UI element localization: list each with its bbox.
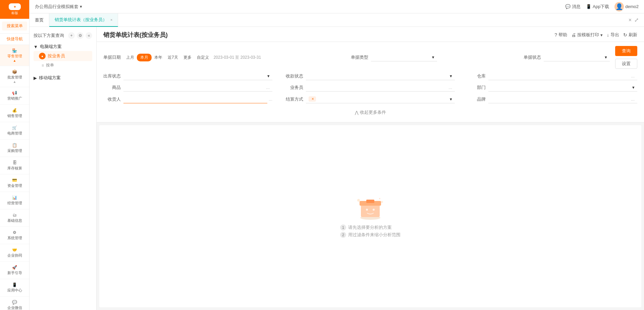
collapse-bar: ⋀ 收起更多条件 [103, 107, 637, 118]
sidebar-item-wholesale[interactable]: 📦 批发管理 ▲ [0, 66, 29, 87]
ecommerce-icon: 🛒 [1, 125, 28, 130]
warehouse-select[interactable]: ... [488, 72, 637, 80]
collapse-panel-button[interactable]: « [86, 32, 92, 39]
this-month-button[interactable]: 本月 [137, 54, 152, 61]
mobile-scheme-toggle[interactable]: ▶ 移动端方案 [34, 73, 92, 82]
sidebar-item-wechat[interactable]: 💬 企业微信 [0, 297, 29, 310]
purchase-icon: 📋 [1, 143, 28, 148]
add-scheme-button[interactable]: + [68, 32, 75, 39]
sidebar-item-finance[interactable]: 💳 资金管理 [0, 174, 29, 192]
dept-select[interactable]: ▾ [488, 84, 637, 92]
print-button[interactable]: 🖨 按模板打印 ▾ [571, 32, 603, 38]
mobile-scheme-group: ▶ 移动端方案 [30, 72, 96, 84]
sidebar-item-purchase[interactable]: 📋 采购管理 [0, 140, 29, 157]
svg-point-8 [379, 198, 380, 199]
topbar-right: 💬 消息 📱 App下载 👤 demo2 [565, 2, 639, 11]
collection-select[interactable]: ▾ [306, 72, 455, 80]
custom-date-button[interactable]: 自定义 [194, 54, 212, 61]
sidebar-item-retail[interactable]: 🏪 零售管理 ▲ [0, 45, 29, 66]
filter-row-2: 出库状态 ▾ 收款状态 ▾ [103, 72, 637, 80]
sidebar-logo: ✦ 标版 [0, 0, 29, 19]
out-status-select[interactable]: ▾ [123, 72, 272, 80]
collapse-button[interactable]: ⋀ 收起更多条件 [355, 109, 386, 115]
restore-window-button[interactable]: ⤢ [634, 17, 639, 23]
filter-item-salesperson: 业务员 ... [286, 84, 455, 92]
filter-item-goods: 商品 ... [103, 84, 272, 92]
app-download-button[interactable]: 📱 App下载 [586, 4, 609, 10]
export-button[interactable]: ↓ 导出 [607, 32, 619, 38]
filter-item-out-status: 出库状态 ▾ [103, 72, 272, 80]
filter-item-date: 单据日期 上月 本月 本年 近7天 更多 自定义 2023-03-01 至 20… [103, 54, 264, 61]
consignee-dots[interactable]: ... [269, 97, 272, 102]
this-year-button[interactable]: 本年 [152, 54, 165, 61]
brand-dots[interactable]: ... [631, 97, 635, 102]
doc-status-select[interactable]: ▾ [544, 53, 610, 61]
filter-item-warehouse: 仓库 ... [468, 72, 637, 80]
settings-scheme-button[interactable]: ⚙ [77, 32, 84, 39]
sidebar: ✦ 标版 搜索菜单 快捷导航 🏪 零售管理 ▲ 📦 批发管理 ▲ 📢 营销推广 … [0, 0, 30, 310]
tab-sales-stats[interactable]: 销货单统计表（按业务员） × [49, 13, 118, 27]
pc-scheme-toggle[interactable]: ▼ 电脑端方案 [34, 42, 92, 51]
doc-type-select[interactable]: ▾ [371, 53, 437, 61]
tab-home[interactable]: 首页 [30, 13, 49, 27]
message-button[interactable]: 💬 消息 [565, 4, 581, 10]
inventory-icon: 🗄 [1, 160, 28, 165]
goods-select[interactable]: ... [123, 84, 272, 92]
basic-icon: 🗂 [1, 213, 28, 217]
search-menu-button[interactable]: 搜索菜单 [2, 21, 27, 31]
sidebar-item-inventory[interactable]: 🗄 库存核算 [0, 157, 29, 174]
user-menu[interactable]: 👤 demo2 [614, 2, 639, 11]
settlement-select[interactable]: × ▾ [306, 95, 455, 103]
refresh-button[interactable]: ↻ 刷新 [623, 32, 637, 38]
sidebar-item-marketing[interactable]: 📢 营销推广 [0, 87, 29, 105]
goods-dots[interactable]: ... [266, 85, 270, 90]
left-panel-title: 按以下方案查询 [34, 33, 64, 39]
query-buttons: 查询 设置 [615, 46, 637, 69]
setting-button[interactable]: 设置 [615, 59, 637, 69]
settlement-tag-close[interactable]: × [312, 97, 314, 101]
page-main: 销货单统计表(按业务员) ? 帮助 🖨 按模板打印 ▾ ↓ 导出 [97, 27, 644, 310]
last-month-button[interactable]: 上月 [123, 54, 137, 61]
sidebar-item-ecommerce[interactable]: 🛒 电商管理 [0, 122, 29, 140]
company-dropdown[interactable]: 办公用品行业模拟账套 ▾ [35, 4, 82, 10]
more-date-button[interactable]: 更多 [181, 54, 194, 61]
last7-button[interactable]: 近7天 [165, 54, 181, 61]
sidebar-item-enterprise[interactable]: 🤝 企业协同 [0, 244, 29, 262]
empty-hint-2: 2 用过滤条件来缩小分析范围 [340, 232, 400, 238]
salesperson-dots[interactable]: ... [448, 85, 452, 90]
sidebar-item-operations[interactable]: 📊 经营管理 [0, 192, 29, 209]
retail-icon: 🏪 [1, 48, 28, 53]
scheme-item-salesperson[interactable]: ● 按业务员 [34, 51, 92, 61]
mobile-expand-arrow: ▶ [34, 75, 37, 81]
salesperson-select[interactable]: ... [306, 84, 455, 92]
sidebar-quick-nav[interactable]: 快捷导航 [0, 34, 29, 45]
filter-row-date: 单据日期 上月 本月 本年 近7天 更多 自定义 2023-03-01 至 20… [103, 46, 637, 69]
doc-type-arrow: ▾ [432, 55, 434, 60]
company-name: 办公用品行业模拟账套 [35, 4, 78, 10]
print-dropdown-arrow: ▾ [600, 33, 603, 38]
sidebar-item-newbie[interactable]: 🚀 新手引导 [0, 262, 29, 279]
consignee-input[interactable] [123, 95, 267, 103]
svg-point-5 [373, 209, 375, 211]
print-icon: 🖨 [571, 32, 576, 38]
brand-select[interactable]: ... [488, 95, 637, 103]
collapse-arrow-icon: ⋀ [355, 110, 359, 115]
sidebar-item-sales[interactable]: 💰 销售管理 [0, 105, 29, 122]
tab-close-icon[interactable]: × [110, 18, 112, 22]
sidebar-item-basic[interactable]: 🗂 基础信息 [0, 209, 29, 227]
mobile-scheme-label: 移动端方案 [39, 75, 61, 81]
warehouse-dots[interactable]: ... [631, 73, 635, 79]
sub-scheme-label: 按单 [46, 62, 54, 68]
scheme-sub-item-order[interactable]: ≡ 按单 [34, 61, 92, 69]
query-button[interactable]: 查询 [615, 46, 637, 56]
enterprise-icon: 🤝 [1, 248, 28, 252]
sidebar-item-system[interactable]: ⚙ 系统管理 [0, 227, 29, 244]
message-icon: 💬 [565, 4, 571, 9]
close-window-button[interactable]: × [629, 17, 632, 23]
system-icon: ⚙ [1, 230, 28, 235]
content-area: 按以下方案查询 + ⚙ « ▼ 电脑端方案 ● 按业务员 [30, 27, 644, 310]
doc-status-label: 单据状态 [524, 54, 541, 60]
filter-panel: 单据日期 上月 本月 本年 近7天 更多 自定义 2023-03-01 至 20… [97, 42, 644, 122]
help-button[interactable]: ? 帮助 [554, 32, 567, 38]
sidebar-item-apps[interactable]: 📱 应用中心 [0, 279, 29, 297]
